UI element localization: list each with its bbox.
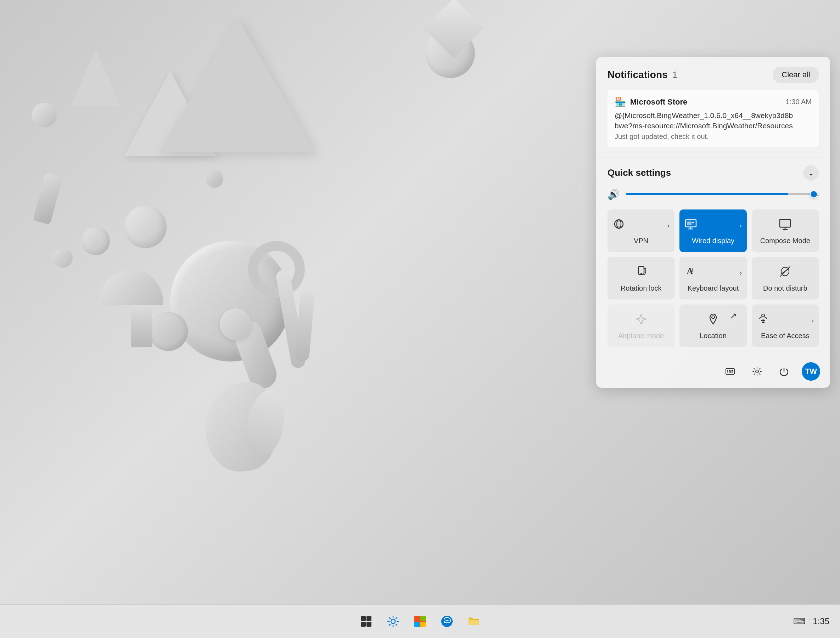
wired-display-label: Wired display [692, 237, 734, 245]
qs-tile-wired-display[interactable]: › Wired display [679, 210, 747, 252]
qs-tile-vpn[interactable]: › VPN [608, 210, 674, 252]
taskbar-settings-icon[interactable] [383, 611, 403, 632]
settings-bottom-icon[interactable] [748, 362, 766, 381]
svg-rect-30 [727, 371, 728, 373]
qs-grid: › VPN [608, 210, 819, 347]
rotation-lock-icon [635, 265, 647, 281]
svg-rect-43 [420, 622, 426, 627]
qs-tile-vpn-top: › [613, 218, 669, 233]
wired-display-chevron-icon: › [740, 222, 742, 229]
vpn-icon [613, 218, 625, 233]
qs-tile-airplane-mode[interactable]: Airplane mode [608, 305, 674, 347]
shape-bar [33, 172, 63, 225]
notif-app-name: Microsoft Store [630, 98, 687, 107]
svg-point-20 [762, 314, 764, 317]
qs-tile-airplane-top [613, 313, 669, 328]
shape-mushroom-stem [131, 305, 152, 347]
shape-large-triangle [159, 18, 316, 152]
taskbar-clock[interactable]: 1:35 [813, 616, 829, 626]
location-icon [707, 313, 720, 328]
qs-tile-ease-top: › [757, 313, 814, 328]
power-bottom-icon[interactable] [775, 362, 793, 381]
ease-of-access-chevron-icon: › [812, 317, 814, 324]
svg-rect-40 [414, 616, 420, 621]
keyboard-bottom-icon[interactable] [721, 362, 739, 381]
compose-mode-label: Compose Mode [760, 237, 810, 245]
ease-of-access-label: Ease of Access [761, 332, 810, 340]
notification-card[interactable]: 🏪 Microsoft Store 1:30 AM @{Microsoft.Bi… [608, 90, 819, 147]
cursor-icon: ↗ [730, 311, 737, 321]
clear-all-button[interactable]: Clear all [773, 66, 819, 83]
notifications-title: Notifications [608, 69, 668, 81]
qs-bottom-bar: TW [596, 357, 830, 388]
shape-gear [149, 312, 188, 351]
shape-xs-sphere [53, 248, 73, 268]
svg-rect-42 [414, 622, 420, 627]
qs-collapse-button[interactable]: ⌄ [803, 165, 819, 181]
svg-rect-35 [366, 616, 371, 621]
notifications-title-area: Notifications 1 [608, 69, 677, 81]
notif-sub-text: Just got updated, check it out. [614, 133, 812, 141]
notif-app-row: 🏪 Microsoft Store 1:30 AM [614, 96, 812, 107]
volume-slider[interactable] [626, 193, 811, 195]
taskbar: ⌨ 1:35 [0, 604, 840, 638]
qs-tile-rotation-lock[interactable]: Rotation lock [608, 257, 674, 300]
taskbar-edge-icon[interactable] [437, 611, 457, 632]
keyboard-layout-icon: A ‡ [684, 265, 697, 281]
airplane-mode-icon [635, 313, 647, 328]
keyboard-layout-label: Keyboard layout [688, 284, 739, 292]
qs-tile-location[interactable]: ↗ Location [679, 305, 747, 347]
qs-tile-compose-mode[interactable]: Compose Mode [752, 210, 819, 252]
vpn-label: VPN [634, 237, 648, 245]
svg-rect-45 [469, 620, 479, 625]
location-label: Location [699, 332, 726, 340]
do-not-disturb-icon [779, 265, 791, 281]
ease-of-access-icon [757, 313, 769, 328]
notifications-header: Notifications 1 Clear all [608, 66, 819, 83]
taskbar-keyboard-icon[interactable]: ⌨ [793, 616, 805, 626]
notifications-section: Notifications 1 Clear all 🏪 Microsoft St… [596, 57, 830, 157]
shape-nut [220, 308, 252, 340]
svg-rect-28 [731, 370, 731, 371]
qs-tile-compose-mode-top [757, 218, 814, 233]
qs-tile-dnd-top [757, 265, 814, 281]
airplane-mode-label: Airplane mode [618, 332, 664, 340]
qs-tile-rotation-lock-top [613, 265, 669, 281]
qs-tile-ease-of-access[interactable]: › Ease of Access [752, 305, 819, 347]
svg-rect-12 [781, 221, 789, 226]
qs-tile-location-top: ↗ [684, 313, 742, 328]
action-center-panel: Notifications 1 Clear all 🏪 Microsoft St… [596, 57, 830, 388]
notif-time: 1:30 AM [786, 98, 812, 106]
shape-tiny-sphere [32, 103, 57, 128]
taskbar-store-icon[interactable] [410, 611, 430, 632]
taskbar-start-button[interactable] [356, 611, 376, 632]
shape-cone [71, 50, 120, 106]
notif-app-icon: 🏪 [614, 96, 626, 107]
qs-tile-keyboard-layout[interactable]: A ‡ › Keyboard layout [679, 257, 747, 300]
svg-rect-27 [729, 370, 730, 371]
qs-title: Quick settings [608, 167, 671, 178]
svg-point-38 [391, 619, 395, 624]
qs-tile-do-not-disturb[interactable]: Do not disturb [752, 257, 819, 300]
shape-xs-sphere2 [205, 170, 223, 188]
svg-rect-31 [729, 371, 731, 373]
svg-rect-36 [361, 622, 366, 627]
volume-icon: 🔊 [608, 189, 620, 200]
volume-slider-fill [626, 193, 788, 195]
do-not-disturb-label: Do not disturb [763, 284, 807, 292]
volume-slider-thumb[interactable] [810, 190, 818, 198]
svg-point-19 [712, 316, 715, 319]
qs-header: Quick settings ⌄ [608, 165, 819, 181]
volume-row: 🔊 › [608, 189, 819, 200]
vpn-chevron-icon: › [667, 222, 669, 229]
svg-point-33 [756, 370, 758, 373]
svg-rect-41 [420, 616, 426, 621]
user-avatar[interactable]: TW [802, 362, 820, 381]
taskbar-explorer-icon[interactable] [464, 611, 484, 632]
shape-med-sphere [124, 205, 167, 248]
notif-body-line1: @{Microsoft.BingWeather_1.0.6.0_x64__8we… [614, 110, 812, 120]
wired-display-icon [684, 218, 697, 233]
shape-elongated2 [295, 290, 315, 362]
chevron-down-icon: ⌄ [808, 169, 814, 177]
wallpaper-shapes [0, 0, 588, 595]
